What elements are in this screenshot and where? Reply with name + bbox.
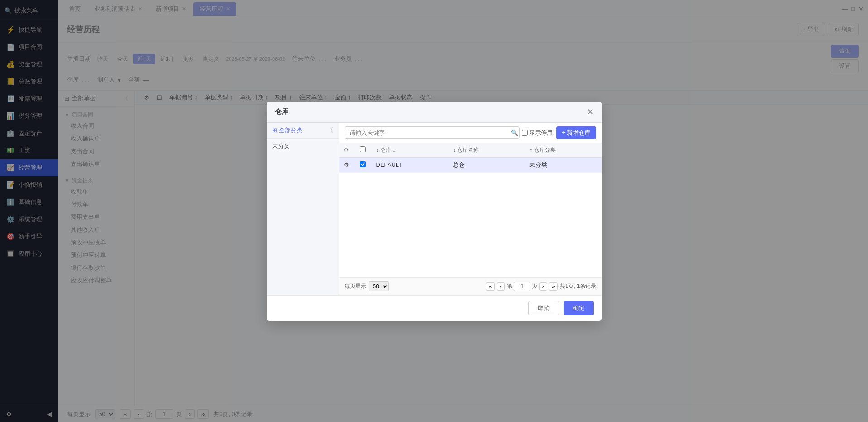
modal-per-page: 每页显示 50: [345, 281, 389, 291]
modal-prev-page[interactable]: ‹: [497, 282, 505, 291]
row-code: DEFAULT: [372, 157, 449, 172]
th-warehouse-category[interactable]: ↕ 仓库分类: [525, 143, 601, 158]
modal-page-suffix: 页: [532, 282, 537, 290]
table-row[interactable]: ⚙ DEFAULT 总仓 未分类: [339, 157, 602, 172]
grid-modal-icon: ⊞: [272, 127, 277, 134]
modal-first-page[interactable]: «: [486, 282, 495, 291]
warehouse-modal: 仓库 ✕ ⊞ 全部分类 《 未分类: [267, 102, 602, 321]
row-settings[interactable]: ⚙: [339, 157, 355, 172]
add-warehouse-btn[interactable]: + 新增仓库: [556, 126, 596, 139]
select-all-checkbox[interactable]: [360, 146, 366, 152]
modal-title: 仓库: [275, 107, 288, 116]
modal-left-collapse-btn[interactable]: 《: [327, 126, 333, 135]
modal-search-input[interactable]: [345, 126, 520, 139]
row-name: 总仓: [448, 157, 525, 172]
modal-body: ⊞ 全部分类 《 未分类 🔍 显示停用: [267, 123, 602, 295]
modal-pagination-nav: « ‹ 第 页 › » 共1页, 1条记录: [486, 282, 596, 291]
modal-actions: 取消 确定: [267, 295, 602, 321]
cancel-button[interactable]: 取消: [528, 301, 559, 315]
modal-left-header: ⊞ 全部分类 《: [267, 123, 339, 139]
modal-next-page[interactable]: ›: [539, 282, 547, 291]
modal-left-title: ⊞ 全部分类: [272, 126, 302, 135]
modal-left-item-uncategorized[interactable]: 未分类: [267, 139, 339, 154]
modal-footer-bar: 每页显示 50 « ‹ 第 页 › » 共1页, 1条记录: [339, 277, 602, 295]
modal-last-page[interactable]: »: [549, 282, 558, 291]
warehouse-table: ⚙ ↕ 仓库... ↕: [339, 143, 602, 173]
th-checkbox[interactable]: [355, 143, 372, 158]
modal-left-panel: ⊞ 全部分类 《 未分类: [267, 123, 339, 295]
row-category: 未分类: [525, 157, 601, 172]
th-settings[interactable]: ⚙: [339, 143, 355, 158]
show-disabled-label[interactable]: 显示停用: [522, 129, 553, 137]
modal-close-btn[interactable]: ✕: [587, 107, 594, 117]
modal-total-text: 共1页, 1条记录: [560, 282, 596, 290]
confirm-button[interactable]: 确定: [564, 301, 594, 315]
modal-right-panel: 🔍 显示停用 + 新增仓库 ⚙: [339, 123, 602, 295]
sort-arrows-cat: ↕: [529, 147, 533, 153]
modal-header: 仓库 ✕: [267, 102, 602, 123]
modal-overlay: 仓库 ✕ ⊞ 全部分类 《 未分类: [0, 0, 868, 422]
modal-page-input[interactable]: [514, 282, 530, 291]
modal-per-page-select[interactable]: 50: [369, 281, 389, 291]
sort-arrows: ↕: [376, 147, 380, 153]
modal-page-label: 第: [507, 282, 512, 290]
show-disabled-checkbox[interactable]: [522, 130, 528, 136]
search-modal-icon[interactable]: 🔍: [511, 129, 518, 136]
row-checkbox[interactable]: [355, 157, 372, 172]
th-warehouse-name[interactable]: ↕ 仓库名称: [448, 143, 525, 158]
modal-table-wrapper: ⚙ ↕ 仓库... ↕: [339, 143, 602, 277]
modal-toolbar: 🔍 显示停用 + 新增仓库: [339, 123, 602, 143]
th-warehouse-code[interactable]: ↕ 仓库...: [372, 143, 449, 158]
row-select-checkbox[interactable]: [360, 161, 366, 167]
